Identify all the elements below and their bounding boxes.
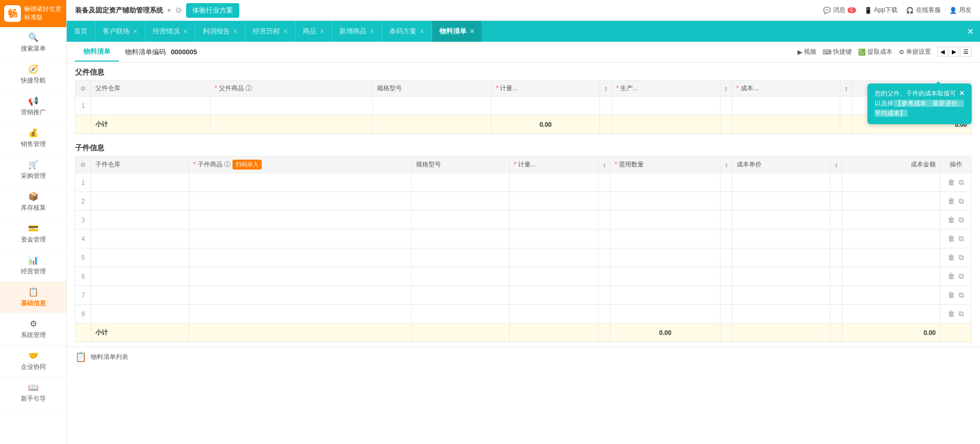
- child-row-8-unit-cost[interactable]: [732, 305, 830, 323]
- tab-条码方案[interactable]: 条码方案✕: [382, 21, 432, 42]
- app-download-button[interactable]: 📱 App下载: [864, 6, 898, 15]
- sub-tab-bom[interactable]: 物料清单: [75, 43, 119, 62]
- tab-close-商品[interactable]: ✕: [320, 28, 324, 35]
- child-row-5-warehouse[interactable]: [91, 248, 189, 267]
- tab-经营情况[interactable]: 经营情况✕: [145, 21, 195, 42]
- child-row-8-spec[interactable]: [411, 305, 509, 323]
- copy-icon-5[interactable]: ⧉: [959, 253, 964, 261]
- sidebar-item-系统管理[interactable]: ⚙系统管理: [0, 314, 66, 345]
- th-child-settings[interactable]: ⚙: [76, 157, 91, 173]
- child-row-7-product[interactable]: [189, 286, 411, 305]
- child-row-5-unit-cost[interactable]: [732, 248, 830, 267]
- tab-close-条码方案[interactable]: ✕: [420, 28, 424, 35]
- try-button[interactable]: 体验行业方案: [186, 3, 239, 18]
- sidebar-item-基础信息[interactable]: 📋基础信息: [0, 282, 66, 314]
- shortcut-button[interactable]: ⌨ 快捷键: [823, 47, 852, 56]
- child-row-5-unit[interactable]: [509, 248, 598, 267]
- sidebar-item-新手引导[interactable]: 📖新手引导: [0, 377, 66, 409]
- child-row-4-spec[interactable]: [411, 230, 509, 248]
- single-settings-button[interactable]: ⚙ 单据设置: [899, 47, 931, 56]
- child-row-6-unit-cost[interactable]: [732, 267, 830, 286]
- scan-button[interactable]: 扫码录入: [232, 160, 262, 170]
- child-row-6-warehouse[interactable]: [91, 267, 189, 286]
- child-row-6-spec[interactable]: [411, 267, 509, 286]
- next-button[interactable]: ▶: [949, 47, 959, 57]
- tab-close-新增商品[interactable]: ✕: [370, 28, 374, 35]
- view-button[interactable]: ▶ 视频: [798, 47, 816, 56]
- sidebar-item-资金管理[interactable]: 💳资金管理: [0, 218, 66, 250]
- child-row-2-qty[interactable]: [610, 192, 720, 211]
- delete-icon-3[interactable]: 🗑: [948, 215, 955, 224]
- child-row-2-warehouse[interactable]: [91, 192, 189, 211]
- child-row-5-spec[interactable]: [411, 248, 509, 267]
- child-row-5-product[interactable]: [189, 248, 411, 267]
- child-row-3-unit[interactable]: [509, 211, 598, 230]
- child-row-1-warehouse[interactable]: [91, 173, 189, 192]
- delete-icon-5[interactable]: 🗑: [948, 253, 955, 261]
- tab-商品[interactable]: 商品✕: [296, 21, 332, 42]
- child-row-3-warehouse[interactable]: [91, 211, 189, 230]
- sidebar-item-经营管理[interactable]: 📊经营管理: [0, 250, 66, 282]
- copy-icon-6[interactable]: ⧉: [959, 272, 964, 280]
- extract-cost-button[interactable]: 💹 提取成本: [858, 47, 892, 56]
- tab-物料清单[interactable]: 物料清单✕: [432, 21, 482, 42]
- child-row-4-warehouse[interactable]: [91, 230, 189, 248]
- child-row-3-unit-cost[interactable]: [732, 211, 830, 230]
- delete-icon-4[interactable]: 🗑: [948, 234, 955, 243]
- child-row-8-qty[interactable]: [610, 305, 720, 323]
- child-row-4-unit-cost[interactable]: [732, 230, 830, 248]
- delete-icon-7[interactable]: 🗑: [948, 291, 955, 299]
- delete-icon-8[interactable]: 🗑: [948, 309, 955, 318]
- sidebar-item-快捷导航[interactable]: 🧭快捷导航: [0, 59, 66, 91]
- prev-button[interactable]: ◀: [937, 47, 948, 57]
- tab-利润报告[interactable]: 利润报告✕: [195, 21, 246, 42]
- child-row-7-warehouse[interactable]: [91, 286, 189, 305]
- tab-bar-close[interactable]: ✕: [961, 27, 980, 37]
- parent-row-1-unit[interactable]: [492, 97, 600, 115]
- tab-新增商品[interactable]: 新增商品✕: [332, 21, 382, 42]
- child-row-3-spec[interactable]: [411, 211, 509, 230]
- sidebar-item-库存核算[interactable]: 📦库存核算: [0, 186, 66, 218]
- parent-row-1-cost[interactable]: [732, 97, 840, 115]
- tab-首页[interactable]: 首页: [67, 21, 95, 42]
- delete-icon-2[interactable]: 🗑: [948, 197, 955, 205]
- copy-icon-3[interactable]: ⧉: [959, 215, 964, 224]
- child-row-2-unit-cost[interactable]: [732, 192, 830, 211]
- child-row-8-warehouse[interactable]: [91, 305, 189, 323]
- parent-row-1-produce[interactable]: [611, 97, 720, 115]
- sidebar-item-销售管理[interactable]: 💰销售管理: [0, 123, 66, 154]
- sidebar-item-营销推广[interactable]: 📢营销推广: [0, 91, 66, 123]
- parent-row-1-spec[interactable]: [372, 97, 492, 115]
- child-row-7-unit-cost[interactable]: [732, 286, 830, 305]
- delete-icon-6[interactable]: 🗑: [948, 272, 955, 280]
- child-row-4-qty[interactable]: [610, 230, 720, 248]
- online-service-button[interactable]: 🎧 在线客服: [906, 6, 941, 15]
- user-button[interactable]: 👤 用友: [949, 6, 972, 15]
- th-parent-settings[interactable]: ⚙: [76, 81, 91, 97]
- tab-经营历程[interactable]: 经营历程✕: [246, 21, 296, 42]
- tab-客户联络[interactable]: 客户联络✕: [95, 21, 145, 42]
- copy-icon-8[interactable]: ⧉: [959, 309, 964, 318]
- tab-close-利润报告[interactable]: ✕: [233, 28, 238, 35]
- settings-icon[interactable]: ⚙: [175, 6, 182, 15]
- tab-close-经营历程[interactable]: ✕: [283, 28, 288, 35]
- menu-button[interactable]: ☰: [960, 47, 972, 57]
- child-row-7-qty[interactable]: [610, 286, 720, 305]
- sidebar-item-采购管理[interactable]: 🛒采购管理: [0, 154, 66, 186]
- child-row-4-unit[interactable]: [509, 230, 598, 248]
- child-row-8-unit[interactable]: [509, 305, 598, 323]
- child-row-3-product[interactable]: [189, 211, 411, 230]
- sidebar-item-搜索菜单[interactable]: 🔍搜索菜单: [0, 27, 66, 59]
- child-row-6-product[interactable]: [189, 267, 411, 286]
- tab-close-经营情况[interactable]: ✕: [183, 28, 188, 35]
- child-row-1-unit-cost[interactable]: [732, 173, 830, 192]
- app-logo[interactable]: 畅 畅德诸好生意 标准版: [0, 0, 66, 27]
- child-row-1-unit[interactable]: [509, 173, 598, 192]
- copy-icon-4[interactable]: ⧉: [959, 234, 964, 243]
- child-row-7-spec[interactable]: [411, 286, 509, 305]
- tab-close-物料清单[interactable]: ✕: [470, 28, 474, 35]
- child-row-2-unit[interactable]: [509, 192, 598, 211]
- child-row-1-qty[interactable]: [610, 173, 720, 192]
- child-row-1-product[interactable]: [189, 173, 411, 192]
- child-row-6-unit[interactable]: [509, 267, 598, 286]
